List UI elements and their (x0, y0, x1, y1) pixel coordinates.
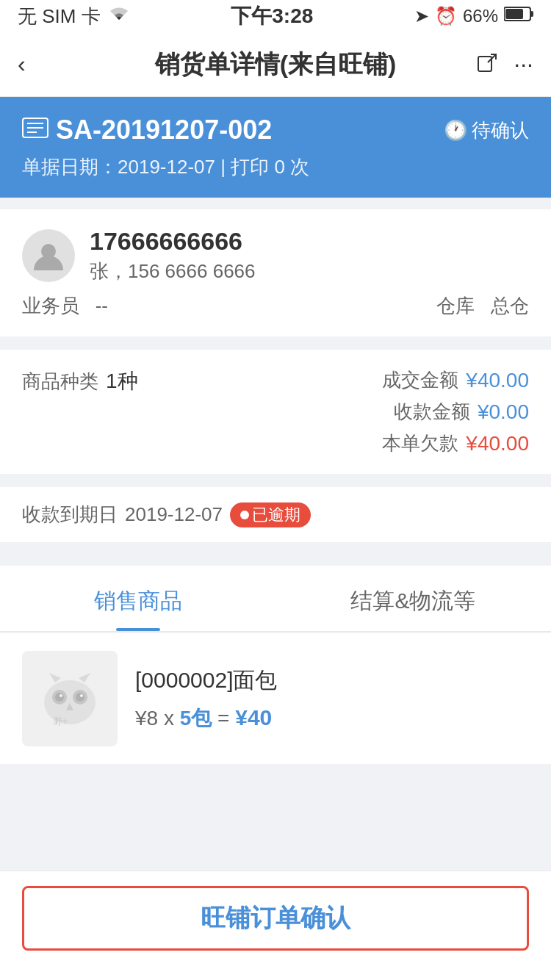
separator-1 (0, 336, 551, 348)
product-thumbnail: 野+ (22, 651, 118, 746)
status-time: 下午3:28 (231, 2, 313, 30)
order-status: 🕐 待确认 (444, 118, 529, 143)
status-bar: 无 SIM 卡 下午3:28 ➤ ⏰ 66% (0, 0, 551, 32)
due-date-card: 收款到期日 2019-12-07 已逾期 (0, 487, 551, 542)
battery-label: 66% (463, 6, 498, 26)
separator-2 (0, 474, 551, 486)
transaction-value: ¥40.00 (466, 369, 529, 392)
due-date-label: 收款到期日 (22, 502, 118, 527)
svg-point-9 (44, 680, 96, 724)
nav-left: ‹ (18, 51, 76, 78)
svg-point-13 (76, 693, 84, 702)
location-icon: ➤ (414, 6, 429, 26)
clock-icon: 🕐 (444, 119, 467, 142)
svg-text:野+: 野+ (54, 716, 68, 727)
amount-info: 成交金额 ¥40.00 收款金额 ¥0.00 本单欠款 ¥40.00 (382, 367, 529, 456)
customer-card: 17666666666 张，156 6666 6666 业务员 -- 仓库 总仓 (0, 209, 551, 336)
overdue-badge: 已逾期 (230, 502, 311, 527)
warehouse-value: 总仓 (491, 295, 529, 317)
svg-rect-1 (530, 11, 533, 17)
salesperson-value: -- (96, 295, 108, 317)
share-icon[interactable] (477, 51, 499, 79)
svg-point-14 (60, 694, 62, 697)
quantity: 5包 (180, 707, 212, 729)
warehouse-label: 仓库 (436, 295, 475, 317)
svg-marker-17 (49, 673, 61, 682)
wifi-icon (108, 5, 130, 28)
product-info: [0000002]面包 ¥8 x 5包 = ¥40 (135, 666, 529, 732)
salesperson-label: 业务员 (22, 295, 79, 317)
summary-card: 商品种类 1种 成交金额 ¥40.00 收款金额 ¥0.00 本单欠款 ¥40.… (0, 350, 551, 474)
order-icon (22, 118, 48, 143)
avatar (22, 229, 75, 282)
battery-icon (504, 6, 533, 26)
nav-right: ··· (475, 51, 533, 79)
total-price: ¥40 (235, 705, 272, 729)
transaction-label: 成交金额 (382, 367, 458, 393)
svg-rect-3 (478, 57, 491, 71)
tab-settlement[interactable]: 结算&物流等 (276, 566, 551, 631)
received-value: ¥0.00 (478, 400, 529, 424)
customer-info-row: 业务员 -- 仓库 总仓 (22, 293, 529, 319)
svg-rect-2 (505, 9, 523, 19)
order-date: 单据日期：2019-12-07 | 打印 0 次 (22, 154, 529, 180)
carrier-label: 无 SIM 卡 (18, 4, 101, 29)
product-name: [0000002]面包 (135, 666, 529, 696)
status-right: ➤ ⏰ 66% (414, 6, 533, 26)
unit-price: ¥8 (135, 707, 158, 729)
confirm-btn-wrap: 旺铺订单确认 (0, 871, 551, 980)
product-type-info: 商品种类 1种 (22, 367, 138, 395)
customer-phone: 17666666666 (90, 227, 256, 256)
back-button[interactable]: ‹ (18, 51, 26, 78)
tabs-bar: 销售商品 结算&物流等 (0, 566, 551, 632)
alarm-icon: ⏰ (435, 6, 457, 26)
nav-bar: ‹ 销货单详情(来自旺铺) ··· (0, 32, 551, 97)
svg-point-12 (55, 693, 64, 702)
status-left: 无 SIM 卡 (18, 4, 130, 29)
received-label: 收款金额 (394, 399, 470, 425)
confirm-order-button[interactable]: 旺铺订单确认 (22, 886, 529, 951)
more-icon[interactable]: ··· (514, 51, 533, 78)
svg-marker-18 (79, 673, 90, 682)
overdue-dot-icon (240, 511, 249, 519)
customer-name: 张，156 6666 6666 (90, 259, 256, 284)
order-header: SA-20191207-002 🕐 待确认 单据日期：2019-12-07 | … (0, 97, 551, 198)
overdue-label: 已逾期 (252, 504, 300, 526)
svg-point-15 (80, 694, 83, 697)
separator-3 (0, 542, 551, 554)
due-date-value: 2019-12-07 (125, 503, 223, 526)
product-card: 野+ [0000002]面包 ¥8 x 5包 = ¥40 (0, 633, 551, 764)
product-price-row: ¥8 x 5包 = ¥40 (135, 705, 529, 732)
owed-label: 本单欠款 (382, 430, 458, 456)
tab-products[interactable]: 销售商品 (0, 566, 276, 631)
order-id: SA-20191207-002 (22, 115, 272, 145)
owed-value: ¥40.00 (466, 432, 529, 455)
page-title: 销货单详情(来自旺铺) (76, 48, 475, 82)
